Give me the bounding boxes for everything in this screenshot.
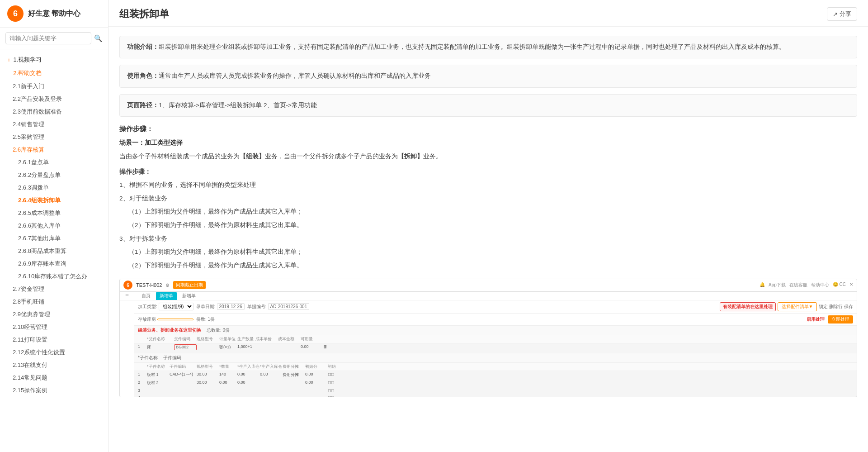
mock-tab-3[interactable]: 新增单	[179, 292, 199, 300]
mock-sidebar-icons: ☰	[120, 292, 134, 300]
mock-icon-1: 🔔	[760, 282, 765, 288]
mock-icon-2: App下载	[769, 282, 786, 288]
role-label: 使用角色：	[127, 72, 159, 79]
sidebar-nav: + 1.视频学习 – 2.帮助文档 2.1新手入门 2.2产品安装及登录 2.3…	[0, 49, 108, 452]
sidebar-subsection-2-9[interactable]: 2.9优惠券管理	[0, 308, 108, 321]
sidebar-subsection-2-13[interactable]: 2.13在线支付	[0, 359, 108, 371]
mock-label-no: 单据编号:	[247, 304, 267, 310]
scene1-desc: 当由多个子件材料组装成一个成品的业务为【组装】业务，当由一个父件拆分成多个子产品…	[119, 151, 857, 162]
step2-text: 2、对于组装业务	[119, 193, 857, 205]
sidebar-subsection-2-5[interactable]: 2.5采购管理	[0, 131, 108, 143]
mock-label-type: 加工类型:	[138, 304, 157, 310]
mock-enable-area: 启用处理 立即处理	[807, 315, 853, 324]
mock-switch-label: 组装业务、拆卸业务在这里切换	[138, 327, 201, 333]
collapse-icon: –	[7, 70, 10, 77]
mock-select-type[interactable]: 组装(组织)拆卸	[159, 303, 193, 310]
sidebar-item-264[interactable]: 2.6.4组装拆卸单	[0, 194, 108, 207]
mock-field-no: 单据编号: AD-20191226-001	[247, 303, 310, 310]
search-icon[interactable]: 🔍	[94, 34, 103, 43]
sidebar-subsection-2-11[interactable]: 2.11打印设置	[0, 333, 108, 346]
mock-date-value: 2019-12-26	[217, 303, 245, 310]
sidebar-header: 6 好生意 帮助中心	[0, 0, 108, 28]
mock-lower-row-2: 2 板材 2 30.00 0.00 0.00 0.00 ◻◻	[134, 379, 857, 387]
sidebar-subsection-2-12[interactable]: 2.12系统个性化设置	[0, 346, 108, 359]
step3-1-text: （1）上部明细为父件明细，最终作为原材料生成其它出库单；	[128, 246, 857, 258]
sidebar-section-2[interactable]: – 2.帮助文档	[0, 67, 108, 80]
sidebar-item-262[interactable]: 2.6.2分量盘点单	[0, 169, 108, 181]
path-block: 页面路径：1、库存核算->库存管理->组装拆卸单 2、首页->常用功能	[119, 94, 857, 117]
mock-lower-table-header: *子件名称 子件编码 规格型号 *数量 *生产入库仓 *生产入库仓 费用分摊 初…	[134, 363, 857, 371]
mock-field-count: 份数: 1份	[196, 316, 215, 323]
sidebar-item-263[interactable]: 2.6.3调拨单	[0, 181, 108, 194]
sidebar-subsection-2-15[interactable]: 2.15操作案例	[0, 384, 108, 397]
sidebar-subsection-2-14[interactable]: 2.14常见问题	[0, 371, 108, 384]
role-text: 通常由生产人员或库管人员完成拆装业务的操作，库管人员确认原材料的出库和产成品的入…	[159, 72, 431, 79]
sidebar-item-261[interactable]: 2.6.1盘点单	[0, 156, 108, 169]
sidebar-subsection-2-8[interactable]: 2.8手机旺铺	[0, 295, 108, 308]
main-content-area: 组装拆卸单 ↗ 分享 功能介绍：组装拆卸单用来处理企业组装或拆卸等加工业务，支持…	[108, 0, 868, 452]
mock-store-input[interactable]	[157, 319, 193, 320]
intro-block: 功能介绍：组装拆卸单用来处理企业组装或拆卸等加工业务，支持有固定装配清单的产品加…	[119, 36, 857, 58]
sidebar-subsection-2-2[interactable]: 2.2产品安装及登录	[0, 93, 108, 105]
screenshot-block: 6 TEST-H002 ⚙ 同期截止日期 🔔 App下载 在线客服 帮助中心 😊…	[119, 279, 857, 397]
sidebar: 6 好生意 帮助中心 🔍 + 1.视频学习 – 2.帮助文档 2.1新手入门 2…	[0, 0, 108, 452]
step2-1-text: （1）上部明细为父件明细，最终作为产成品生成其它入库单；	[128, 206, 857, 218]
mock-no-value: AD-20191226-001	[268, 303, 310, 310]
scene1-title: 场景一：加工类型选择	[119, 139, 857, 147]
sidebar-subsection-2-6[interactable]: 2.6库存核算	[0, 143, 108, 156]
mock-topbar: 6 TEST-H002 ⚙ 同期截止日期 🔔 App下载 在线客服 帮助中心 😊…	[120, 279, 857, 292]
sidebar-subsection-2-4[interactable]: 2.4销售管理	[0, 118, 108, 131]
mock-total-label: 总数量: 0份	[207, 327, 230, 333]
mock-label-count: 份数: 1份	[196, 316, 215, 323]
sidebar-item-266[interactable]: 2.6.6其他入库单	[0, 219, 108, 232]
mock-lower-row-4: 4 ◻◻	[134, 394, 857, 397]
sidebar-item-265[interactable]: 2.6.5成本调整单	[0, 207, 108, 219]
mock-upper-header: 组装业务、拆卸业务在这里切换 总数量: 0份	[134, 326, 857, 335]
mock-lower-title: *子件名称	[138, 355, 158, 361]
mock-user: 😊 CC	[833, 282, 846, 288]
mock-settings: ⚙	[165, 283, 170, 288]
share-button[interactable]: ↗ 分享	[827, 7, 857, 21]
sidebar-item-2610[interactable]: 2.6.10库存账本错了怎么办	[0, 270, 108, 283]
path-label: 页面路径：	[127, 102, 159, 109]
mock-enable-btn[interactable]: 立即处理	[828, 315, 853, 324]
sidebar-subsection-2-1[interactable]: 2.1新手入门	[0, 80, 108, 93]
mock-lower-header: *子件名称 子件编码	[134, 353, 857, 363]
path-text: 1、库存核算->库存管理->组装拆卸单 2、首页->常用功能	[159, 102, 317, 109]
mock-tab-1[interactable]: 自页	[138, 292, 154, 300]
mock-field-type: 加工类型: 组装(组织)拆卸	[138, 303, 193, 310]
intro-label: 功能介绍：	[127, 43, 159, 50]
mock-lower-code: 子件编码	[163, 355, 181, 361]
mock-upper-table-header: *父件名称 父件编码 规格型号 计量单位 生产数量 成本单价 成本金额 可用量	[134, 335, 857, 343]
mock-tabs: 自页 新增单 新增单	[134, 292, 857, 300]
sidebar-item-267[interactable]: 2.6.7其他出库单	[0, 232, 108, 245]
mock-lower-row-1: 1 板材 1 CAD-4(1→4) 30.00 140 0.00 0.00 费用…	[134, 371, 857, 379]
step1-text: 1、根据不同的业务，选择不同单据的类型来处理	[119, 179, 857, 191]
mock-logo: 6	[123, 281, 132, 290]
mock-topbar-button: 同期截止日期	[173, 281, 206, 289]
mock-field-date: 录单日期: 2019-12-26	[196, 303, 245, 310]
sidebar-subsection-2-10[interactable]: 2.10经营管理	[0, 321, 108, 333]
sidebar-item-268[interactable]: 2.6.8商品成本重算	[0, 245, 108, 257]
screenshot-image: 6 TEST-H002 ⚙ 同期截止日期 🔔 App下载 在线客服 帮助中心 😊…	[120, 279, 857, 397]
brand-name: 好生意 帮助中心	[28, 9, 80, 19]
sidebar-subsection-2-7[interactable]: 2.7资金管理	[0, 283, 108, 295]
mock-icon-3: 在线客服	[789, 282, 807, 288]
steps-label2: 操作步骤：	[119, 166, 857, 178]
mock-annot-label-1: 有装配清单的在这里处理	[720, 302, 776, 311]
sidebar-subsection-2-3[interactable]: 2.3使用前数据准备	[0, 105, 108, 118]
search-input[interactable]	[5, 32, 91, 44]
mock-choose-btn[interactable]: 选择配件清单▼	[778, 302, 817, 311]
step3-text: 3、对于拆装业务	[119, 233, 857, 245]
step2-2-text: （2）下部明细为子件明细，最终作为原材料生成其它出库单。	[128, 219, 857, 231]
mock-tab-2[interactable]: 新增单	[156, 292, 177, 300]
mock-upper-row-1: 1 床 BG002 张(×1) 1,000+1 0.00 🗑	[134, 343, 857, 352]
article-content: 功能介绍：组装拆卸单用来处理企业组装或拆卸等加工业务，支持有固定装配清单的产品加…	[108, 27, 868, 452]
mock-label-store: 存放库房	[138, 316, 156, 323]
mock-label-date: 录单日期:	[196, 304, 216, 310]
sidebar-item-269[interactable]: 2.6.9库存账本查询	[0, 257, 108, 270]
sidebar-section-1[interactable]: + 1.视频学习	[0, 53, 108, 67]
mock-form-row-2: 存放库房 份数: 1份 启用处理 立即处理	[134, 314, 857, 326]
intro-text: 组装拆卸单用来处理企业组装或拆卸等加工业务，支持有固定装配清单的产品加工业务，也…	[159, 43, 785, 50]
steps-title: 操作步骤：	[119, 125, 857, 133]
